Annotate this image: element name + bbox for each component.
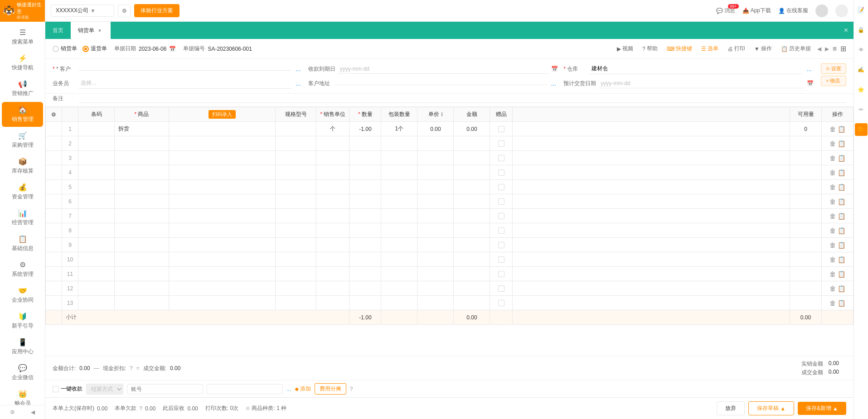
sidebar-item-coop[interactable]: 🤝 企业协同 — [2, 283, 43, 308]
sidebar-item-purchase[interactable]: 🛒 采购管理 — [2, 128, 43, 153]
cell-product[interactable] — [115, 209, 169, 223]
calc-method-select[interactable]: 结算方式 — [86, 384, 123, 395]
cell-spec[interactable] — [276, 194, 316, 209]
warehouse-input[interactable]: 建材仓 — [590, 63, 802, 74]
cell-pkgqty[interactable] — [381, 194, 417, 209]
sidebar-item-marketing[interactable]: 📢 营销推广 — [2, 76, 43, 101]
cell-product[interactable] — [115, 296, 169, 310]
action-help[interactable]: ? 帮助 — [640, 43, 660, 54]
cell-price[interactable]: 0.00 — [417, 122, 454, 136]
cell-gift[interactable] — [490, 194, 513, 209]
cell-amount[interactable] — [454, 151, 490, 165]
cell-spec[interactable] — [276, 281, 316, 296]
cell-spec[interactable] — [276, 252, 316, 267]
copy-icon[interactable]: 📋 — [838, 241, 845, 249]
sidebar-item-quick-nav[interactable]: ⚡ 快捷导航 — [2, 50, 43, 75]
tab-close-icon[interactable]: × — [96, 27, 103, 34]
delete-icon[interactable]: 🗑 — [829, 241, 836, 249]
copy-icon[interactable]: 📋 — [838, 299, 845, 307]
cell-spec[interactable] — [276, 209, 316, 223]
one-click-checkbox[interactable]: 一键收款 — [53, 385, 82, 393]
right-panel-pencil-icon[interactable]: ✏ — [855, 103, 868, 116]
cell-qty[interactable] — [349, 151, 381, 165]
cell-product[interactable] — [115, 281, 169, 296]
cell-spec[interactable] — [276, 180, 316, 194]
settings-button[interactable]: ⊙ 设置 — [821, 63, 846, 74]
cell-qty[interactable] — [349, 238, 381, 252]
amount-input[interactable] — [207, 384, 283, 394]
cell-unit[interactable] — [316, 223, 349, 238]
action-history[interactable]: 📋 历史单据 — [778, 43, 814, 54]
delete-icon[interactable]: 🗑 — [829, 270, 836, 278]
remarks-input[interactable] — [79, 94, 846, 103]
address-dots[interactable]: ... — [549, 80, 558, 87]
cell-barcode[interactable] — [78, 281, 115, 296]
draft-button[interactable]: 保存草稿 ▲ — [748, 401, 794, 415]
cell-unit[interactable] — [316, 252, 349, 267]
nav-next-icon[interactable]: ▶ — [825, 46, 829, 52]
cell-pkgqty[interactable] — [381, 165, 417, 180]
cell-amount[interactable] — [454, 209, 490, 223]
cell-gift[interactable] — [490, 180, 513, 194]
cell-qty[interactable] — [349, 296, 381, 310]
cell-spec[interactable] — [276, 223, 316, 238]
cell-gift[interactable] — [490, 122, 513, 136]
right-panel-orange-icon[interactable]: 🟠 — [855, 123, 868, 136]
cell-product[interactable] — [115, 194, 169, 209]
dots-icon[interactable]: ... — [286, 386, 291, 392]
cell-price[interactable] — [417, 238, 454, 252]
cell-pkgqty[interactable] — [381, 209, 417, 223]
cell-spec[interactable] — [276, 296, 316, 310]
online-service-button[interactable]: 👤 在线客服 — [778, 7, 808, 14]
add-button[interactable]: ● 添加 — [295, 385, 311, 393]
delete-icon[interactable]: 🗑 — [829, 169, 836, 176]
save-new-button[interactable]: 保存&新增 ▲ — [798, 402, 846, 415]
sidebar-item-member[interactable]: 👑 畅会员 — [2, 386, 43, 405]
cell-barcode[interactable] — [78, 194, 115, 209]
copy-icon[interactable]: 📋 — [838, 285, 845, 292]
salesperson-dots[interactable]: ... — [294, 80, 303, 87]
cell-gift[interactable] — [490, 136, 513, 151]
cell-gift[interactable] — [490, 296, 513, 310]
cell-qty[interactable] — [349, 267, 381, 281]
cell-spec[interactable] — [276, 165, 316, 180]
warehouse-dots[interactable]: ... — [805, 65, 814, 72]
copy-icon[interactable]: 📋 — [838, 125, 845, 133]
cell-unit[interactable] — [316, 180, 349, 194]
cell-amount[interactable] — [454, 252, 490, 267]
action-print[interactable]: 🖨 打印 — [725, 43, 748, 54]
cell-product[interactable] — [115, 151, 169, 165]
delete-icon[interactable]: 🗑 — [829, 299, 836, 307]
cell-gift[interactable] — [490, 267, 513, 281]
list-view-icon[interactable]: ≡ — [833, 45, 837, 53]
logistics-button[interactable]: + 物流 — [821, 76, 846, 86]
delivery-date-input[interactable]: yyyy-mm-dd — [599, 79, 804, 88]
right-panel-star-icon[interactable]: ⭐ — [855, 83, 868, 96]
cell-qty[interactable] — [349, 252, 381, 267]
cell-unit[interactable]: 个 — [316, 122, 349, 136]
cell-amount[interactable] — [454, 238, 490, 252]
header-gear-button[interactable]: ⚙ — [118, 5, 131, 17]
customer-dots[interactable]: ... — [294, 65, 303, 72]
cell-barcode[interactable] — [78, 238, 115, 252]
cell-qty[interactable]: -1.00 — [349, 122, 381, 136]
customer-address-input[interactable] — [335, 82, 547, 85]
copy-icon[interactable]: 📋 — [838, 256, 845, 263]
cell-amount[interactable] — [454, 136, 490, 151]
help-icon2[interactable]: ? — [139, 405, 142, 412]
cell-price[interactable] — [417, 180, 454, 194]
cell-pkgqty[interactable] — [381, 223, 417, 238]
right-panel-lock-icon[interactable]: 🔒 — [855, 24, 868, 36]
cell-gift[interactable] — [490, 209, 513, 223]
cell-barcode[interactable] — [78, 165, 115, 180]
cell-barcode[interactable] — [78, 252, 115, 267]
delete-icon[interactable]: 🗑 — [829, 125, 836, 133]
cell-spec[interactable] — [276, 267, 316, 281]
customer-input[interactable] — [79, 67, 291, 71]
cell-spec[interactable] — [276, 136, 316, 151]
cell-spec[interactable] — [276, 238, 316, 252]
sidebar-item-system[interactable]: ⚙ 系统管理 — [2, 257, 43, 282]
cell-gift[interactable] — [490, 165, 513, 180]
cell-unit[interactable] — [316, 194, 349, 209]
cell-amount[interactable] — [454, 296, 490, 310]
